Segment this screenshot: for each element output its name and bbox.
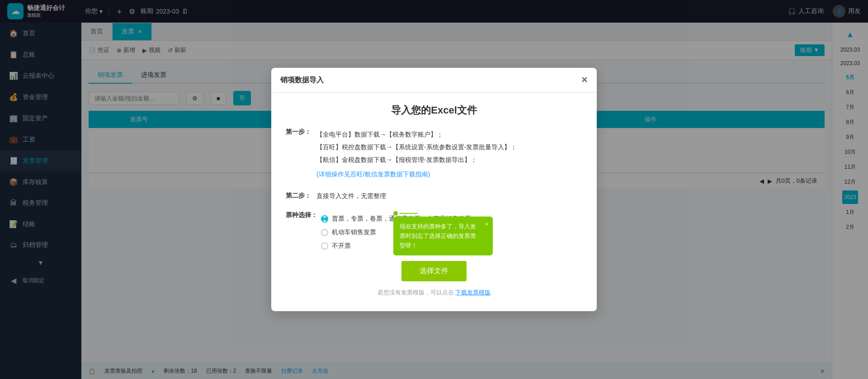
radio-circle-motor [321, 229, 328, 236]
modal: 销项数据导入 ✕ 导入您的Excel文件 第一步： 【全电平台】数据下载→【税务… [271, 68, 597, 311]
step2-label: 第二步： [286, 192, 311, 200]
step2-content: 直接导入文件，无需整理 [316, 190, 386, 202]
modal-footer: 若您没有发票模版，可以点击 下载发票模版 [286, 289, 582, 297]
step1-line-1: 【全电平台】数据下载→【税务数字账户】； [316, 128, 517, 141]
modal-body: 导入您的Excel文件 第一步： 【全电平台】数据下载→【税务数字账户】； 【百… [271, 93, 597, 311]
radio-group: 普票，专票，卷票，通行费发票，农产品销售发票 机动车销售发票 现在支持的票种多了… [321, 215, 471, 250]
step1-line-3: 【航信】金税盘数据下载→【报税管理-发票数据导出】； [316, 153, 517, 166]
step1-content: 【全电平台】数据下载→【税务数字账户】； 【百旺】税控盘数据下载→【系统设置-系… [316, 128, 517, 180]
radio-item-motor[interactable]: 机动车销售发票 现在支持的票种多了，导入发票时别忘了选择正确的发票类型呀！ × [321, 228, 471, 237]
download-template-link[interactable]: 下载发票模版 [455, 289, 491, 296]
modal-title: 销项数据导入 [280, 76, 324, 85]
select-file-button[interactable]: 选择文件 [401, 261, 467, 281]
modal-header: 销项数据导入 ✕ [271, 68, 597, 93]
modal-overlay: 销项数据导入 ✕ 导入您的Excel文件 第一步： 【全电平台】数据下载→【税务… [0, 0, 868, 379]
tooltip-connector: 现在支持的票种多了，导入发票时别忘了选择正确的发票类型呀！ × [393, 209, 493, 256]
radio-circle-general [321, 215, 328, 223]
step1-link[interactable]: (详细操作见百旺/航信发票数据下载指南) [316, 171, 430, 178]
radio-section: 票种选择： 普票，专票，卷票，通行费发票，农产品销售发票 机动车销售发票 [286, 211, 582, 250]
step1-label: 第一步： [286, 128, 311, 180]
radio-label: 票种选择： [286, 211, 317, 250]
modal-main-title: 导入您的Excel文件 [286, 104, 582, 117]
step-1: 第一步： 【全电平台】数据下载→【税务数字账户】； 【百旺】税控盘数据下载→【系… [286, 128, 582, 180]
radio-circle-none [321, 242, 328, 250]
step1-line-2: 【百旺】税控盘数据下载→【系统设置-系统参数设置-发票批量导入】； [316, 141, 517, 153]
radio-label-none: 不开票 [332, 242, 351, 250]
modal-close-button[interactable]: ✕ [581, 75, 588, 85]
tooltip-close-btn[interactable]: × [485, 220, 488, 229]
step-2: 第二步： 直接导入文件，无需整理 [286, 190, 582, 202]
tooltip-bubble: 现在支持的票种多了，导入发票时别忘了选择正确的发票类型呀！ × [393, 217, 493, 256]
radio-label-motor: 机动车销售发票 [332, 228, 376, 237]
